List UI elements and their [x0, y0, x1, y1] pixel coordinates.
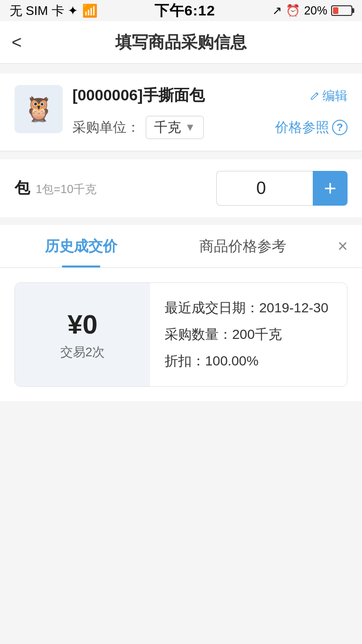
date-label: 最近成交日期： [165, 300, 259, 315]
quantity-input-block: + [216, 171, 348, 206]
quantity-unit-name: 包 [14, 178, 30, 199]
dropdown-arrow-icon: ▼ [185, 121, 195, 134]
tab-content-history: ¥0 交易2次 最近成交日期：2019-12-30 采购数量：200千克 折扣：… [0, 268, 362, 401]
discount-value: 100.00% [205, 353, 259, 368]
battery-percent: 20% [304, 4, 327, 17]
tabs-close-button[interactable]: × [323, 225, 362, 267]
history-price-block: ¥0 交易2次 [15, 283, 150, 386]
location-icon: ↗ [272, 4, 282, 17]
unit-value: 千克 [154, 118, 181, 137]
unit-row: 采购单位： 千克 ▼ 价格参照 ? [72, 116, 348, 139]
edit-icon [310, 90, 320, 101]
tabs-header: 历史成交价 商品价格参考 × [0, 225, 362, 268]
product-card: 🦉 [0000006]手撕面包 编辑 采购单位： 千克 ▼ 价格参照 [0, 73, 362, 151]
nav-bar: < 填写商品采购信息 [0, 21, 362, 64]
edit-label: 编辑 [322, 87, 348, 104]
quantity-input[interactable] [216, 171, 313, 206]
date-value: 2019-12-30 [259, 300, 328, 315]
sim-status: 无 SIM 卡 ✦ [10, 2, 78, 19]
qty-label: 采购数量： [165, 327, 232, 342]
tab-history-price[interactable]: 历史成交价 [0, 225, 162, 267]
history-date-row: 最近成交日期：2019-12-30 [165, 298, 333, 317]
tabs-section: 历史成交价 商品价格参考 × ¥0 交易2次 最近成交日期：2019-12-30… [0, 225, 362, 401]
help-icon: ? [332, 120, 348, 135]
battery-indicator [331, 5, 352, 16]
tab-price-ref[interactable]: 商品价格参考 [162, 225, 323, 267]
product-info: [0000006]手撕面包 编辑 采购单位： 千克 ▼ 价格参照 ? [72, 85, 348, 139]
quantity-unit-note: 1包=10千克 [36, 182, 97, 197]
main-background [0, 401, 362, 644]
page-title: 填写商品采购信息 [115, 31, 247, 54]
tab-price-ref-label: 商品价格参考 [199, 237, 286, 256]
unit-select[interactable]: 千克 ▼ [146, 116, 204, 139]
discount-label: 折扣： [165, 353, 205, 368]
status-left: 无 SIM 卡 ✦ 📶 [10, 2, 97, 19]
back-button[interactable]: < [12, 32, 22, 53]
product-icon: 🦉 [14, 85, 63, 133]
history-discount-row: 折扣：100.00% [165, 351, 333, 370]
price-ref-label: 价格参照 [275, 118, 329, 137]
tab-history-label: 历史成交价 [45, 237, 117, 256]
quantity-plus-button[interactable]: + [313, 171, 348, 206]
quantity-section: 包 1包=10千克 + [0, 159, 362, 217]
product-name-row: [0000006]手撕面包 编辑 [72, 85, 348, 106]
history-details: 最近成交日期：2019-12-30 采购数量：200千克 折扣：100.00% [150, 283, 347, 386]
unit-label: 采购单位： [72, 118, 140, 137]
history-card: ¥0 交易2次 最近成交日期：2019-12-30 采购数量：200千克 折扣：… [14, 282, 348, 387]
history-price-value: ¥0 [68, 308, 97, 340]
qty-value: 200千克 [232, 327, 282, 342]
price-ref-button[interactable]: 价格参照 ? [275, 118, 348, 137]
status-bar: 无 SIM 卡 ✦ 📶 下午6:12 ↗ ⏰ 20% [0, 0, 362, 21]
alarm-icon: ⏰ [286, 4, 300, 17]
history-qty-row: 采购数量：200千克 [165, 325, 333, 344]
section-divider [0, 151, 362, 152]
product-name: [0000006]手撕面包 [72, 85, 205, 106]
quantity-label-block: 包 1包=10千克 [14, 178, 97, 199]
status-right: ↗ ⏰ 20% [272, 4, 352, 17]
status-time: 下午6:12 [154, 1, 215, 21]
product-logo: 🦉 [24, 95, 54, 123]
history-trades: 交易2次 [60, 344, 105, 361]
edit-button[interactable]: 编辑 [310, 87, 348, 104]
wifi-icon: 📶 [82, 3, 97, 18]
